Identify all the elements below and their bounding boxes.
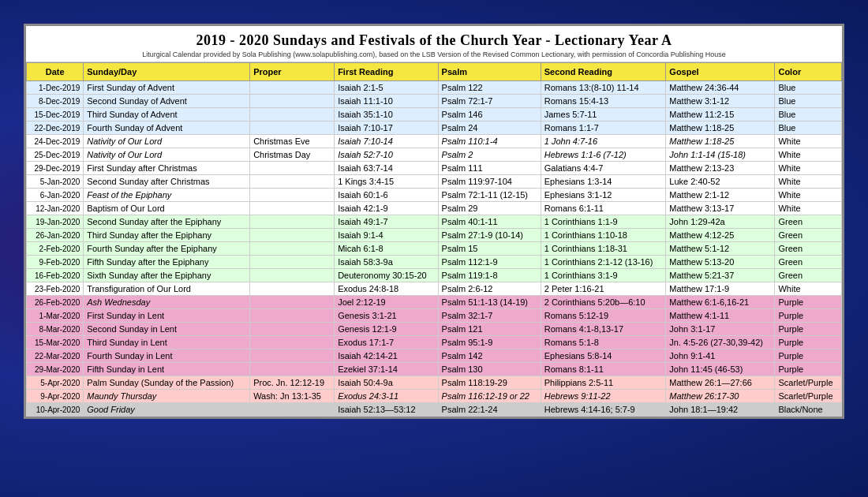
cell-second: Hebrews 1:1-6 (7-12) [541, 148, 666, 162]
cell-proper [250, 323, 335, 336]
cell-proper [250, 81, 335, 95]
cell-first: Isaiah 35:1-10 [335, 108, 438, 121]
cell-first: Isaiah 2:1-5 [335, 81, 438, 95]
cell-day: Nativity of Our Lord [84, 148, 250, 162]
table-row: 12-Jan-2020Baptism of Our LordIsaiah 42:… [27, 202, 842, 215]
cell-gospel: John 1:1-14 (15-18) [666, 148, 775, 162]
cell-day: First Sunday of Advent [84, 81, 250, 95]
cell-second: Hebrews 9:11-22 [541, 390, 666, 403]
cell-second: Ephesians 1:3-14 [541, 175, 666, 189]
cell-first: Isaiah 7:10-14 [335, 135, 438, 148]
cell-color: Purple [775, 296, 842, 309]
cell-day: Fifth Sunday after the Epiphany [84, 256, 250, 269]
table-row: 9-Feb-2020Fifth Sunday after the Epiphan… [27, 256, 842, 269]
cell-proper [250, 202, 335, 215]
cell-date: 22-Mar-2020 [27, 349, 84, 363]
cell-second: Hebrews 4:14-16; 5:7-9 [541, 403, 666, 417]
cell-psalm: Psalm 2 [438, 148, 541, 162]
cell-date: 26-Jan-2020 [27, 229, 84, 242]
header-color: Color [775, 63, 842, 81]
cell-gospel: Matthew 6:1-6,16-21 [666, 296, 775, 309]
cell-day: Fourth Sunday in Lent [84, 349, 250, 363]
cell-first: Exodus 24:3-11 [335, 390, 438, 403]
cell-first: Joel 2:12-19 [335, 296, 438, 309]
cell-psalm: Psalm 116:12-19 or 22 [438, 390, 541, 403]
cell-proper [250, 363, 335, 376]
cell-day: First Sunday in Lent [84, 309, 250, 323]
cell-proper: Proc. Jn. 12:12-19 [250, 376, 335, 390]
cell-first: Isaiah 58:3-9a [335, 256, 438, 269]
cell-psalm: Psalm 40:1-11 [438, 215, 541, 229]
cell-color: White [775, 189, 842, 202]
table-wrapper[interactable]: Date Sunday/Day Proper First Reading Psa… [26, 62, 842, 417]
cell-proper [250, 256, 335, 269]
cell-date: 29-Dec-2019 [27, 162, 84, 175]
cell-proper [250, 95, 335, 108]
cell-date: 26-Feb-2020 [27, 296, 84, 309]
cell-second: Romans 8:1-11 [541, 363, 666, 376]
cell-day: Ash Wednesday [84, 296, 250, 309]
table-row: 8-Dec-2019Second Sunday of AdventIsaiah … [27, 95, 842, 108]
table-row: 19-Jan-2020Second Sunday after the Epiph… [27, 215, 842, 229]
cell-gospel: John 18:1—19:42 [666, 403, 775, 417]
table-row: 22-Mar-2020Fourth Sunday in LentIsaiah 4… [27, 349, 842, 363]
cell-gospel: Matthew 26:1—27:66 [666, 376, 775, 390]
cell-color: Blue [775, 95, 842, 108]
cell-color: White [775, 282, 842, 296]
cell-proper: Christmas Eve [250, 135, 335, 148]
cell-color: Purple [775, 363, 842, 376]
cell-second: Philippians 2:5-11 [541, 376, 666, 390]
cell-proper [250, 403, 335, 417]
cell-date: 8-Dec-2019 [27, 95, 84, 108]
cell-color: White [775, 162, 842, 175]
cell-psalm: Psalm 118:19-29 [438, 376, 541, 390]
cell-proper [250, 229, 335, 242]
title-section: 2019 - 2020 Sundays and Festivals of the… [26, 26, 842, 62]
cell-date: 1-Mar-2020 [27, 309, 84, 323]
cell-date: 16-Feb-2020 [27, 269, 84, 282]
cell-date: 2-Feb-2020 [27, 242, 84, 256]
cell-date: 24-Dec-2019 [27, 135, 84, 148]
cell-proper [250, 189, 335, 202]
cell-second: Romans 5:1-8 [541, 336, 666, 349]
cell-date: 9-Apr-2020 [27, 390, 84, 403]
cell-first: Isaiah 9:1-4 [335, 229, 438, 242]
cell-gospel: Matthew 1:18-25 [666, 135, 775, 148]
cell-first: Genesis 3:1-21 [335, 309, 438, 323]
cell-day: Maundy Thursday [84, 390, 250, 403]
cell-psalm: Psalm 111 [438, 162, 541, 175]
cell-first: Ezekiel 37:1-14 [335, 363, 438, 376]
cell-first: Exodus 17:1-7 [335, 336, 438, 349]
cell-first: Isaiah 49:1-7 [335, 215, 438, 229]
table-row: 15-Mar-2020Third Sunday in LentExodus 17… [27, 336, 842, 349]
cell-day: Baptism of Our Lord [84, 202, 250, 215]
cell-gospel: Matthew 26:17-30 [666, 390, 775, 403]
cell-psalm: Psalm 122 [438, 81, 541, 95]
cell-date: 1-Dec-2019 [27, 81, 84, 95]
header-psalm: Psalm [438, 63, 541, 81]
cell-proper [250, 296, 335, 309]
cell-first: Isaiah 7:10-17 [335, 121, 438, 135]
cell-second: 1 Corinthians 2:1-12 (13-16) [541, 256, 666, 269]
cell-first: Deuteronomy 30:15-20 [335, 269, 438, 282]
cell-date: 15-Dec-2019 [27, 108, 84, 121]
cell-first: Isaiah 60:1-6 [335, 189, 438, 202]
header-second-reading: Second Reading [541, 63, 666, 81]
cell-day: Third Sunday after the Epiphany [84, 229, 250, 242]
cell-gospel: Matthew 2:13-23 [666, 162, 775, 175]
cell-gospel: John 1:29-42a [666, 215, 775, 229]
header-date: Date [27, 63, 84, 81]
cell-first: Genesis 12:1-9 [335, 323, 438, 336]
table-row: 24-Dec-2019Nativity of Our LordChristmas… [27, 135, 842, 148]
cell-gospel: Matthew 5:13-20 [666, 256, 775, 269]
cell-gospel: Matthew 24:36-44 [666, 81, 775, 95]
cell-first: Isaiah 52:7-10 [335, 148, 438, 162]
cell-gospel: Matthew 2:1-12 [666, 189, 775, 202]
cell-gospel: Jn. 4:5-26 (27-30,39-42) [666, 336, 775, 349]
cell-date: 29-Mar-2020 [27, 363, 84, 376]
cell-psalm: Psalm 72:1-7 [438, 95, 541, 108]
table-row: 29-Mar-2020Fifth Sunday in LentEzekiel 3… [27, 363, 842, 376]
cell-proper [250, 349, 335, 363]
cell-day: Palm Sunday (Sunday of the Passion) [84, 376, 250, 390]
cell-proper [250, 121, 335, 135]
